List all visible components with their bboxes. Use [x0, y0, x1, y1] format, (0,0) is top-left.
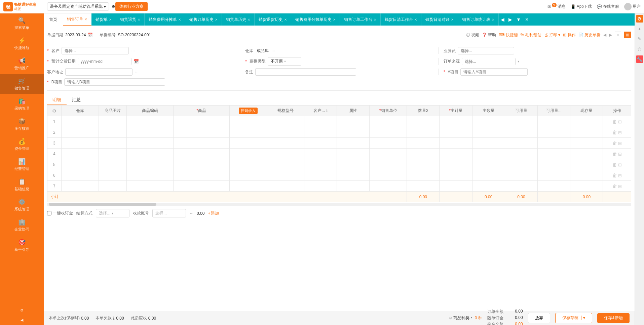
gear-icon[interactable]: ⚙ [52, 108, 56, 114]
detail-tab-detail[interactable]: 明细 [47, 95, 67, 105]
main-unit-cell[interactable] [440, 138, 472, 149]
warehouse-cell[interactable] [61, 149, 99, 159]
attribute-cell[interactable] [337, 170, 369, 181]
tab-cashflow-reconcile[interactable]: 钱货日清对账 ✕ [421, 13, 458, 26]
delivery-date-input[interactable] [78, 58, 131, 65]
view-toggle-grid[interactable]: ⊞ [624, 32, 631, 38]
product-code-cell[interactable] [127, 159, 174, 170]
tab-close-icon[interactable]: ✕ [178, 18, 181, 22]
customer-code-cell[interactable] [304, 181, 337, 192]
product-code-cell[interactable] [127, 127, 174, 138]
sidebar-item-enterprise[interactable]: 🏢 企业协同 [0, 215, 44, 235]
one-click-checkbox-input[interactable] [47, 211, 51, 215]
app-download-item[interactable]: 📱 App下载 [571, 4, 592, 9]
main-qty-cell[interactable] [472, 127, 505, 138]
message-icon-item[interactable]: ✉ 9 消息 [547, 4, 566, 9]
operation-btn[interactable]: ⊞ 操作 [563, 32, 575, 38]
delete-row-icon[interactable]: 🗑 [612, 119, 617, 124]
right-tool-icon[interactable]: 🔧 [636, 55, 643, 63]
payment-method-select[interactable]: 选择... ▾ [96, 209, 129, 217]
spec-cell[interactable] [267, 181, 304, 192]
tab-menu-btn[interactable]: ▼ [514, 17, 523, 22]
warehouse-cell[interactable] [61, 116, 99, 127]
tab-close-icon[interactable]: ✕ [492, 18, 494, 22]
tab-close-icon[interactable]: ✕ [451, 18, 454, 22]
avail-qty2-cell[interactable] [538, 138, 570, 149]
sales-unit-cell[interactable] [370, 127, 407, 138]
delete-row-icon[interactable]: 🗑 [612, 130, 617, 135]
address-more-icon[interactable]: ··· [135, 70, 139, 74]
tab-close-icon[interactable]: ✕ [109, 18, 112, 22]
warehouse-cell[interactable] [61, 138, 99, 149]
delivery-calendar-icon[interactable]: 📅 [134, 59, 139, 64]
tab-invoice-history[interactable]: 销货单历史 ✕ [222, 13, 255, 26]
add-button[interactable]: + 添加 [208, 210, 219, 216]
tab-sales-order[interactable]: 销售订单 ✕ [63, 13, 91, 26]
sales-unit-cell[interactable] [370, 149, 407, 159]
main-qty-cell[interactable] [472, 116, 505, 127]
sidebar-item-purchase[interactable]: 🛍️ 采购管理 [0, 94, 44, 114]
profit-btn[interactable]: % 毛利预估 [521, 32, 541, 38]
main-unit-cell[interactable] [440, 170, 472, 181]
spec-cell[interactable] [267, 116, 304, 127]
tab-order-workbench[interactable]: 销售订单工作台 ✕ [340, 13, 381, 26]
avail-qty-cell[interactable] [505, 170, 537, 181]
tab-close-icon[interactable]: ✕ [333, 18, 336, 22]
order-source-input[interactable] [462, 58, 516, 65]
sidebar-item-basic-info[interactable]: 📋 基础信息 [0, 175, 44, 195]
online-service-item[interactable]: 💬 在线客服 [597, 4, 619, 9]
delete-row-icon[interactable]: 🗑 [612, 184, 617, 189]
one-click-deposit-checkbox[interactable]: 一键收订金 [47, 210, 73, 216]
avail-qty-cell[interactable] [505, 138, 537, 149]
sidebar-item-system[interactable]: ⚙️ 系统管理 [0, 195, 44, 215]
sidebar-item-inventory[interactable]: 📦 库存核算 [0, 114, 44, 134]
copy-row-icon[interactable]: ⊞ [618, 119, 622, 124]
system-selector[interactable]: 装备及固定资产辅助管理系统 ▾ [47, 2, 109, 11]
th-settings[interactable]: ⚙ [47, 106, 62, 116]
tab-return-history[interactable]: 销货退货历史 ✕ [255, 13, 291, 26]
tab-cashflow-workbench[interactable]: 钱货日清工作台 ✕ [381, 13, 421, 26]
a-project-input[interactable] [460, 68, 528, 76]
main-unit-cell[interactable] [440, 149, 472, 159]
main-unit-cell[interactable] [440, 127, 472, 138]
delete-row-icon[interactable]: 🗑 [612, 162, 617, 167]
attribute-cell[interactable] [337, 138, 369, 149]
qty2-cell[interactable] [407, 116, 440, 127]
staff-input[interactable] [458, 47, 514, 54]
main-qty-cell[interactable] [472, 149, 505, 159]
main-qty-cell[interactable] [472, 170, 505, 181]
current-qty-cell[interactable] [570, 138, 603, 149]
avail-qty-cell[interactable] [505, 127, 537, 138]
table-scrollbar[interactable] [47, 203, 631, 206]
tab-close-icon[interactable]: ✕ [284, 18, 287, 22]
qty2-cell[interactable] [407, 181, 440, 192]
right-favorite-icon[interactable]: ☆ [636, 45, 643, 53]
product-code-cell[interactable] [127, 170, 174, 181]
copy-row-icon[interactable]: ⊞ [618, 152, 622, 157]
sales-unit-cell[interactable] [370, 170, 407, 181]
tab-home[interactable]: 首页 [44, 13, 63, 26]
tab-order-report[interactable]: 销售订单统计表 ✕ [458, 13, 499, 26]
tab-close-icon[interactable]: ✕ [215, 18, 218, 22]
settings-icon[interactable]: ⚙ [112, 4, 115, 9]
avail-qty2-cell[interactable] [538, 181, 570, 192]
product-code-cell[interactable] [127, 181, 174, 192]
customer-code-cell[interactable] [304, 127, 337, 138]
tab-close-icon[interactable]: ✕ [248, 18, 250, 22]
spec-cell[interactable] [267, 170, 304, 181]
copy-row-icon[interactable]: ⊞ [618, 162, 622, 167]
warehouse-cell[interactable] [61, 170, 99, 181]
avail-qty-cell[interactable] [505, 149, 537, 159]
avail-qty-cell[interactable] [505, 116, 537, 127]
view-toggle-list[interactable]: ≡ [615, 32, 621, 38]
sidebar-collapse[interactable]: ◀ [0, 315, 44, 325]
main-qty-cell[interactable] [472, 138, 505, 149]
print-btn[interactable]: 🖨 打印 ▾ [544, 32, 561, 38]
right-settings-icon[interactable]: ⚙ [636, 15, 643, 23]
product-cell[interactable] [173, 170, 229, 181]
current-qty-cell[interactable] [570, 170, 603, 181]
attribute-cell[interactable] [337, 159, 369, 170]
help-btn[interactable]: ❓ 帮助 [482, 32, 496, 38]
spec-cell[interactable] [267, 127, 304, 138]
save-new-button[interactable]: 保存&新增 [597, 313, 630, 323]
